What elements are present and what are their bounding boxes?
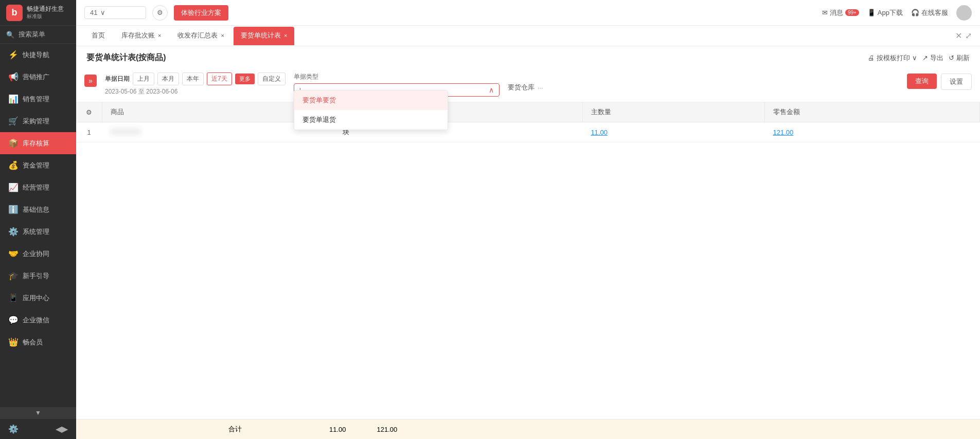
export-label: 导出 bbox=[930, 53, 943, 63]
settings-btn[interactable]: 设置 bbox=[941, 74, 972, 90]
online-service-action[interactable]: 🎧 在线客服 bbox=[911, 8, 948, 17]
cell-amount: 121.00 bbox=[764, 122, 979, 142]
close-all-tabs[interactable]: ✕ bbox=[955, 31, 962, 41]
logo-icon: b bbox=[6, 5, 23, 21]
sales-icon: 📊 bbox=[8, 94, 17, 104]
purchase-label: 采购管理 bbox=[23, 117, 49, 126]
chevron-down-icon: ∨ bbox=[100, 9, 105, 16]
sidebar-item-finance[interactable]: 💰 资金管理 bbox=[0, 154, 76, 176]
footer-amount: 121.00 bbox=[377, 426, 398, 433]
export-icon: ↗ bbox=[922, 54, 928, 62]
tab-home[interactable]: 首页 bbox=[84, 27, 112, 45]
filter-btn-this-month[interactable]: 本月 bbox=[157, 72, 179, 85]
quick-nav-icon: ⚡ bbox=[8, 50, 17, 60]
search-icon: 🔍 bbox=[6, 31, 14, 39]
filter-btn-custom[interactable]: 自定义 bbox=[258, 72, 286, 85]
print-chevron-icon: ∨ bbox=[912, 54, 917, 62]
sidebar-item-member[interactable]: 👑 畅会员 bbox=[0, 331, 76, 353]
table-container: ⚙ 商品 主计量单位 主数量 零售金额 1 块 11.00 bbox=[76, 102, 980, 419]
sidebar-item-sales[interactable]: 📊 销售管理 bbox=[0, 88, 76, 110]
filter-btn-more[interactable]: 更多 bbox=[235, 74, 255, 84]
filter-btn-recent7[interactable]: 近7天 bbox=[207, 72, 232, 85]
messages-label: 消息 bbox=[830, 8, 843, 17]
app-edition: 标准版 bbox=[27, 13, 64, 20]
settings-button[interactable]: ⚙ bbox=[152, 5, 168, 21]
sidebar-item-guide[interactable]: 🎓 新手引导 bbox=[0, 265, 76, 287]
tab-home-label: 首页 bbox=[92, 31, 105, 40]
col-header-gear[interactable]: ⚙ bbox=[76, 102, 102, 122]
dropdown-option-0[interactable]: 要货单要货 bbox=[294, 90, 448, 110]
messages-action[interactable]: ✉ 消息 99+ bbox=[822, 8, 859, 17]
export-btn[interactable]: ↗ 导出 bbox=[922, 53, 943, 63]
tab-batch-account-label: 库存批次账 bbox=[121, 31, 155, 40]
tabs-right-actions: ✕ ⤢ bbox=[955, 31, 972, 41]
sidebar-item-marketing[interactable]: 📢 营销推广 bbox=[0, 66, 76, 88]
guide-label: 新手引导 bbox=[23, 271, 49, 281]
warehouse-dots[interactable]: ··· bbox=[538, 84, 543, 92]
operations-label: 经营管理 bbox=[23, 183, 49, 192]
dropdown-option-1[interactable]: 要货单退货 bbox=[294, 110, 448, 130]
date-filter-group: 单据日期 上月 本月 本年 近7天 更多 自定义 2023-05-06 至 20… bbox=[105, 72, 286, 96]
footer-label: 合计 bbox=[228, 425, 242, 434]
tab-batch-account-close[interactable]: × bbox=[158, 32, 161, 39]
purchase-icon: 🛒 bbox=[8, 116, 17, 126]
finance-label: 资金管理 bbox=[23, 161, 49, 170]
table-header-row: ⚙ 商品 主计量单位 主数量 零售金额 bbox=[76, 102, 980, 122]
warehouse-filter-group: 要货仓库 ··· bbox=[508, 72, 543, 92]
filter-btn-up-month[interactable]: 上月 bbox=[133, 72, 154, 85]
tab-summary-label: 收发存汇总表 bbox=[177, 31, 218, 40]
system-icon: ⚙️ bbox=[8, 227, 17, 236]
tab-order-stats[interactable]: 要货单统计表 × bbox=[234, 27, 294, 45]
settings-icon[interactable]: ⚙️ bbox=[8, 424, 19, 434]
sidebar-scroll-down[interactable]: ▼ bbox=[0, 407, 76, 418]
tab-batch-account[interactable]: 库存批次账 × bbox=[114, 27, 168, 45]
topbar-actions: ✉ 消息 99+ 📱 App下载 🎧 在线客服 bbox=[822, 5, 972, 21]
expand-tab[interactable]: ⤢ bbox=[965, 31, 972, 41]
sidebar-item-inventory[interactable]: 📦 库存核算 bbox=[0, 132, 76, 154]
tab-order-stats-close[interactable]: × bbox=[284, 32, 287, 39]
trial-btn[interactable]: 体验行业方案 bbox=[174, 5, 228, 21]
date-range-text: 2023-05-06 至 2023-06-06 bbox=[105, 87, 286, 96]
table-row: 1 块 11.00 121.00 bbox=[76, 122, 980, 142]
tab-summary[interactable]: 收发存汇总表 × bbox=[170, 27, 231, 45]
user-avatar[interactable] bbox=[956, 5, 972, 21]
marketing-label: 营销推广 bbox=[23, 72, 49, 82]
sidebar-item-basic-info[interactable]: ℹ️ 基础信息 bbox=[0, 198, 76, 221]
query-btn[interactable]: 查询 bbox=[907, 74, 937, 89]
sidebar-item-wechat[interactable]: 💬 企业微信 bbox=[0, 309, 76, 331]
page-title: 要货单统计表(按商品) bbox=[86, 52, 166, 63]
enterprise-icon: 🤝 bbox=[8, 249, 17, 259]
app-center-icon: 📱 bbox=[8, 293, 17, 303]
company-selector[interactable]: 41 ∨ bbox=[84, 6, 146, 19]
date-filter-row: 单据日期 上月 本月 本年 近7天 更多 自定义 bbox=[105, 72, 286, 85]
refresh-label: 刷新 bbox=[956, 53, 970, 63]
app-download-action[interactable]: 📱 App下载 bbox=[867, 8, 903, 17]
sidebar-search[interactable]: 🔍 搜索菜单 bbox=[0, 26, 76, 44]
system-label: 系统管理 bbox=[23, 227, 49, 236]
sidebar-item-system[interactable]: ⚙️ 系统管理 bbox=[0, 221, 76, 243]
messages-badge: 99+ bbox=[845, 9, 859, 16]
filter-actions: 查询 设置 bbox=[907, 72, 972, 90]
filter-bar: » 单据日期 上月 本月 本年 近7天 更多 自定义 2023-05-06 至 … bbox=[76, 67, 980, 102]
inventory-label: 库存核算 bbox=[23, 139, 49, 148]
refresh-icon: ↺ bbox=[949, 54, 954, 62]
sidebar-item-purchase[interactable]: 🛒 采购管理 bbox=[0, 110, 76, 132]
collapse-icon[interactable]: ◀▶ bbox=[56, 424, 68, 434]
message-icon: ✉ bbox=[822, 9, 828, 16]
filter-expand-btn[interactable]: » bbox=[84, 75, 97, 87]
sidebar-item-enterprise[interactable]: 🤝 企业协同 bbox=[0, 243, 76, 265]
wechat-icon: 💬 bbox=[8, 315, 17, 325]
sidebar-item-quick-nav[interactable]: ⚡ 快捷导航 bbox=[0, 44, 76, 66]
print-label: 按模板打印 bbox=[877, 53, 910, 63]
sidebar-item-operations[interactable]: 📈 经营管理 bbox=[0, 176, 76, 198]
cell-index: 1 bbox=[76, 122, 102, 142]
member-icon: 👑 bbox=[8, 337, 17, 347]
quick-nav-label: 快捷导航 bbox=[23, 50, 49, 60]
tab-summary-close[interactable]: × bbox=[221, 32, 224, 39]
col-header-quantity: 主数量 bbox=[582, 102, 764, 122]
online-service-label: 在线客服 bbox=[921, 8, 948, 17]
print-btn[interactable]: 🖨 按模板打印 ∨ bbox=[868, 53, 917, 63]
sidebar-item-app-center[interactable]: 📱 应用中心 bbox=[0, 287, 76, 309]
refresh-btn[interactable]: ↺ 刷新 bbox=[949, 53, 970, 63]
filter-btn-this-year[interactable]: 本年 bbox=[182, 72, 204, 85]
